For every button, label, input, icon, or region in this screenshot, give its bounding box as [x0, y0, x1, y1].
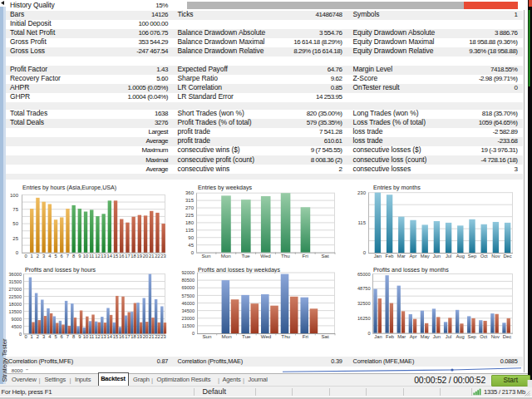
svg-text:230: 230: [357, 190, 367, 195]
svg-text:11: 11: [89, 334, 94, 339]
svg-text:10: 10: [83, 254, 88, 259]
svg-text:15: 15: [113, 334, 118, 339]
svg-text:23: 23: [160, 334, 165, 339]
svg-text:6: 6: [61, 254, 63, 259]
svg-text:3: 3: [42, 334, 45, 339]
svg-text:4: 4: [48, 334, 52, 339]
svg-text:100: 100: [10, 193, 19, 198]
svg-text:Feb: Feb: [386, 254, 394, 259]
svg-text:27000: 27000: [8, 287, 22, 292]
svg-text:10: 10: [83, 334, 88, 339]
svg-text:20: 20: [143, 254, 148, 259]
svg-text:180: 180: [185, 220, 195, 225]
svg-text:0: 0: [367, 331, 370, 336]
svg-text:Aug: Aug: [456, 254, 465, 259]
svg-text:Sat: Sat: [321, 333, 329, 339]
svg-text:90: 90: [188, 235, 194, 240]
svg-text:7: 7: [66, 334, 69, 339]
svg-text:115: 115: [357, 220, 366, 225]
svg-text:8: 8: [72, 334, 75, 339]
svg-text:270: 270: [185, 205, 195, 210]
svg-text:69000: 69000: [181, 285, 195, 290]
svg-text:225: 225: [185, 213, 195, 218]
svg-text:22: 22: [155, 334, 160, 339]
svg-text:17: 17: [125, 254, 130, 259]
svg-text:2: 2: [37, 334, 39, 339]
svg-text:135: 135: [185, 228, 195, 233]
svg-text:Fri: Fri: [303, 333, 308, 339]
svg-text:80500: 80500: [181, 278, 195, 283]
svg-text:Tue: Tue: [241, 253, 250, 259]
svg-text:7: 7: [66, 254, 69, 259]
svg-text:12: 12: [95, 254, 100, 259]
svg-text:0: 0: [24, 254, 27, 259]
svg-text:0: 0: [16, 250, 19, 255]
svg-text:6: 6: [61, 334, 63, 339]
svg-text:Apr: Apr: [409, 254, 416, 259]
svg-text:22: 22: [155, 254, 160, 259]
svg-text:23000: 23000: [181, 316, 195, 321]
svg-text:Jul: Jul: [446, 334, 451, 339]
svg-text:360: 360: [185, 190, 195, 195]
svg-text:20: 20: [143, 334, 148, 339]
svg-text:21: 21: [149, 334, 154, 339]
svg-text:46000: 46000: [181, 301, 195, 306]
svg-text:14: 14: [107, 254, 113, 259]
svg-text:48750: 48750: [357, 286, 371, 291]
svg-text:Aug: Aug: [456, 334, 464, 339]
svg-text:Nov: Nov: [491, 254, 500, 259]
svg-text:9: 9: [78, 254, 81, 259]
svg-text:22500: 22500: [8, 294, 22, 299]
svg-text:May: May: [421, 334, 430, 339]
svg-text:12: 12: [95, 334, 100, 339]
svg-text:0: 0: [191, 250, 195, 255]
svg-text:65000: 65000: [357, 272, 371, 277]
svg-text:Entries by months: Entries by months: [373, 185, 421, 191]
svg-text:Jun: Jun: [433, 334, 441, 339]
svg-text:5: 5: [54, 254, 57, 259]
svg-text:9: 9: [78, 334, 81, 339]
svg-text:1: 1: [31, 254, 33, 259]
svg-text:0: 0: [192, 331, 195, 336]
svg-text:16: 16: [119, 254, 124, 259]
svg-text:45: 45: [188, 243, 194, 248]
svg-text:0: 0: [363, 250, 367, 255]
svg-text:1: 1: [31, 334, 33, 339]
svg-text:36000: 36000: [8, 272, 22, 277]
svg-text:Nov: Nov: [491, 334, 500, 339]
svg-text:Fri: Fri: [303, 253, 308, 259]
svg-text:17: 17: [125, 334, 130, 339]
svg-text:Wed: Wed: [261, 333, 272, 339]
svg-text:4: 4: [48, 254, 52, 259]
svg-text:13500: 13500: [8, 309, 22, 314]
svg-text:9000: 9000: [12, 317, 22, 322]
svg-text:Dec: Dec: [503, 334, 511, 339]
svg-text:Jan: Jan: [374, 334, 382, 339]
svg-text:92000: 92000: [181, 270, 195, 275]
svg-text:32500: 32500: [357, 301, 371, 306]
svg-text:Sat: Sat: [321, 253, 329, 259]
svg-text:18000: 18000: [8, 302, 22, 307]
svg-text:Thu: Thu: [281, 333, 290, 339]
svg-text:34500: 34500: [181, 308, 195, 313]
svg-text:Dec: Dec: [503, 254, 511, 259]
svg-text:315: 315: [185, 198, 195, 203]
svg-text:11500: 11500: [182, 323, 195, 328]
svg-text:Jun: Jun: [433, 254, 441, 259]
svg-text:3: 3: [42, 254, 45, 259]
svg-text:8: 8: [72, 254, 75, 259]
svg-text:Oct: Oct: [480, 334, 487, 339]
svg-text:21: 21: [149, 254, 154, 259]
svg-text:Profits and losses by hours: Profits and losses by hours: [25, 267, 96, 273]
svg-text:18: 18: [131, 334, 135, 339]
svg-text:Mon: Mon: [221, 253, 232, 259]
svg-text:Entries by weekdays: Entries by weekdays: [198, 185, 253, 191]
svg-text:Thu: Thu: [281, 253, 290, 259]
svg-text:Tue: Tue: [242, 333, 251, 339]
svg-text:Profits and losses by months: Profits and losses by months: [373, 267, 449, 273]
svg-text:15: 15: [113, 254, 118, 259]
svg-text:11: 11: [89, 254, 94, 259]
svg-text:May: May: [421, 254, 430, 259]
svg-text:23: 23: [160, 254, 165, 259]
svg-text:Oct: Oct: [480, 254, 488, 259]
